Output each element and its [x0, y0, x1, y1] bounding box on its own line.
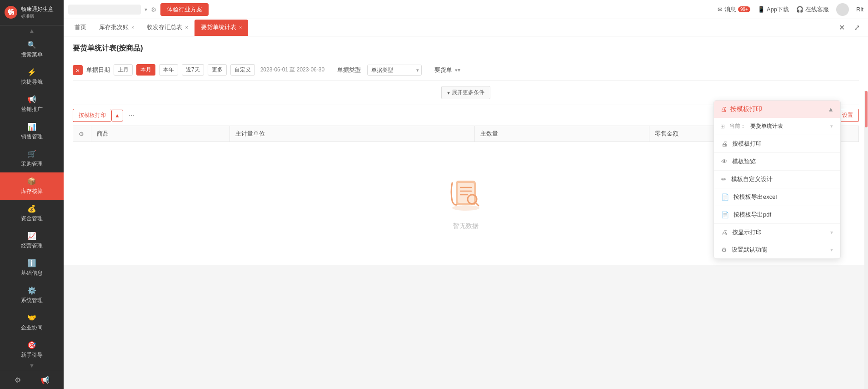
right-scrollbar[interactable] [864, 91, 868, 389]
topbar-search[interactable] [68, 5, 141, 15]
topbar-right: ✉ 消息 99+ 📱 App下载 🎧 在线客服 Rit [718, 3, 863, 16]
date-btn-this-month[interactable]: 本月 [136, 64, 155, 76]
messages-badge: 99+ [738, 6, 750, 12]
yaohuotype-dropdown-icon[interactable]: ▾ [458, 67, 460, 73]
sidebar-item-label-system: 系统管理 [21, 297, 43, 304]
tab-inventory-batch[interactable]: 库存批次账 × [93, 20, 140, 36]
topbar-gear-icon[interactable]: ⚙ [151, 6, 157, 13]
experience-btn[interactable]: 体验行业方案 [160, 3, 209, 16]
sidebar-item-purchase[interactable]: 🛒 采购管理 [0, 145, 64, 172]
settings-footer-icon[interactable]: ⚙ [15, 376, 21, 384]
empty-illustration [443, 169, 489, 215]
more-options-icon[interactable]: ··· [127, 111, 136, 120]
logo-icon: 畅 [5, 6, 17, 19]
print-btn[interactable]: 按模板打印 [73, 109, 111, 122]
tab-inventory-batch-label: 库存批次账 [99, 23, 129, 31]
date-btn-this-year[interactable]: 本年 [159, 64, 178, 76]
empty-text: 暂无数据 [453, 222, 479, 230]
date-btn-custom[interactable]: 自定义 [230, 64, 255, 76]
online-service-btn[interactable]: 🎧 在线客服 [796, 5, 829, 14]
sidebar-item-operations[interactable]: 📈 经营管理 [0, 227, 64, 254]
date-btn-more[interactable]: 更多 [208, 64, 227, 76]
dropdown-item-template-print[interactable]: 🖨 按模板打印 [714, 135, 840, 153]
inventory-icon: 📦 [27, 177, 36, 186]
dropdown-current-item[interactable]: ⊞ 当前： 要货单统计表 ▾ [714, 118, 840, 135]
type-select[interactable]: 单据类型 要货单 [367, 65, 422, 76]
expand-more-label: 展开更多条件 [452, 89, 484, 96]
app-name: 畅康通好生意 [21, 5, 54, 13]
current-item-label: 当前： [729, 122, 746, 130]
type-filter-label: 单据类型 [337, 66, 361, 73]
expand-more-btn[interactable]: ▾ 展开更多条件 [441, 86, 490, 99]
set-default-chevron: ▾ [830, 247, 833, 253]
col-settings: ⚙ [73, 126, 91, 142]
sidebar-item-basic[interactable]: ℹ️ 基础信息 [0, 254, 64, 282]
system-icon: ⚙️ [27, 286, 36, 295]
date-range-text: 2023-06-01 至 2023-06-30 [260, 66, 324, 74]
sidebar-item-label-quick: 快捷导航 [21, 78, 43, 86]
guide-icon: 🎯 [27, 341, 36, 349]
tab-receipt-summary[interactable]: 收发存汇总表 × [140, 20, 194, 36]
print-dropdown-overlay: 🖨 按模板打印 ▲ ⊞ 当前： 要货单统计表 ▾ 🖨 按模板打印 👁 模板预览 [713, 100, 841, 259]
date-btn-7days[interactable]: 近7天 [182, 64, 204, 76]
print-dropdown-btn[interactable]: ▲ [111, 110, 123, 121]
sidebar-nav: 🔍 搜索菜单 ⚡ 快捷导航 📢 营销推广 📊 销售管理 🛒 采购管理 📦 库存核… [0, 36, 64, 360]
dropdown-item-template-preview[interactable]: 👁 模板预览 [714, 153, 840, 171]
template-preview-icon: 👁 [721, 158, 728, 165]
topbar-dropdown-icon[interactable]: ▾ [145, 6, 147, 13]
app-logo: 畅 畅康通好生意 标准版 [0, 0, 64, 25]
dropdown-item-set-default[interactable]: ⚙ 设置默认功能 ▾ [714, 241, 840, 258]
sidebar-item-label-sales: 销售管理 [21, 133, 43, 141]
display-print-chevron: ▾ [830, 229, 833, 236]
dropdown-item-display-print[interactable]: 🖨 按显示打印 ▾ [714, 224, 840, 241]
tab-close-all-icon[interactable]: ✕ [835, 21, 848, 34]
current-item-chevron[interactable]: ▾ [830, 123, 833, 129]
dropdown-header: 🖨 按模板打印 ▲ [714, 101, 840, 118]
dropdown-item-export-excel[interactable]: 📄 按模板导出excel [714, 188, 840, 206]
sidebar-item-guide[interactable]: 🎯 新手引导 [0, 336, 64, 360]
sidebar-scroll-up[interactable]: ▲ [0, 25, 64, 36]
user-avatar[interactable] [836, 3, 849, 16]
sidebar-item-inventory[interactable]: 📦 库存核算 [0, 172, 64, 200]
export-excel-label: 按模板导出excel [733, 193, 833, 201]
template-print-label: 按模板打印 [732, 140, 833, 148]
dropdown-item-export-pdf[interactable]: 📄 按模板导出pdf [714, 206, 840, 224]
messages-btn[interactable]: ✉ 消息 99+ [718, 5, 750, 14]
sidebar-item-label-cooperation: 企业协同 [21, 324, 43, 332]
app-download-btn[interactable]: 📱 App下载 [758, 5, 789, 14]
sidebar-item-finance[interactable]: 💰 资金管理 [0, 200, 64, 227]
basic-icon: ℹ️ [27, 259, 36, 268]
sidebar-item-quick-nav[interactable]: ⚡ 快捷导航 [0, 63, 64, 91]
dropdown-collapse-icon[interactable]: ▲ [828, 106, 834, 113]
sidebar-item-marketing[interactable]: 📢 营销推广 [0, 91, 64, 118]
tab-receipt-summary-close[interactable]: × [185, 25, 188, 30]
tab-inventory-batch-close[interactable]: × [131, 25, 134, 30]
export-excel-icon: 📄 [721, 193, 729, 201]
tab-order-stats-close[interactable]: × [239, 25, 242, 30]
sidebar-scroll-down[interactable]: ▼ [0, 360, 64, 371]
speaker-footer-icon[interactable]: 📢 [40, 376, 50, 384]
table-col-settings-icon[interactable]: ⚙ [79, 131, 84, 137]
filter-expand-btn[interactable]: » [73, 65, 83, 75]
sidebar-item-label-marketing: 营销推广 [21, 106, 43, 113]
print-btn-group: 按模板打印 ▲ [73, 109, 123, 122]
date-btn-last-month[interactable]: 上月 [114, 64, 133, 76]
sidebar-item-system[interactable]: ⚙️ 系统管理 [0, 282, 64, 309]
sidebar-item-label-guide: 新手引导 [21, 351, 43, 359]
tab-receipt-summary-label: 收发存汇总表 [147, 23, 182, 31]
dropdown-item-template-design[interactable]: ✏ 模板自定义设计 [714, 171, 840, 188]
main-content: ▾ ⚙ 体验行业方案 ✉ 消息 99+ 📱 App下载 🎧 在线客服 Rit 首… [64, 0, 868, 389]
export-pdf-label: 按模板导出pdf [733, 211, 833, 219]
template-print-icon: 🖨 [721, 140, 728, 147]
template-design-icon: ✏ [721, 176, 727, 183]
sidebar-item-search[interactable]: 🔍 搜索菜单 [0, 36, 64, 63]
sidebar-item-sales[interactable]: 📊 销售管理 [0, 118, 64, 145]
sidebar-item-cooperation[interactable]: 🤝 企业协同 [0, 309, 64, 336]
type-filter-wrap: 单据类型 [337, 66, 364, 74]
yaohuotype-select-wrap: ▾ [458, 66, 460, 73]
tab-order-stats[interactable]: 要货单统计表 × [195, 20, 248, 36]
sidebar: 畅 畅康通好生意 标准版 ▲ 🔍 搜索菜单 ⚡ 快捷导航 📢 营销推广 📊 销售… [0, 0, 64, 389]
search-nav-icon: 🔍 [27, 40, 36, 49]
tab-maximize-icon[interactable]: ⤢ [850, 21, 863, 34]
tab-home[interactable]: 首页 [68, 20, 93, 36]
